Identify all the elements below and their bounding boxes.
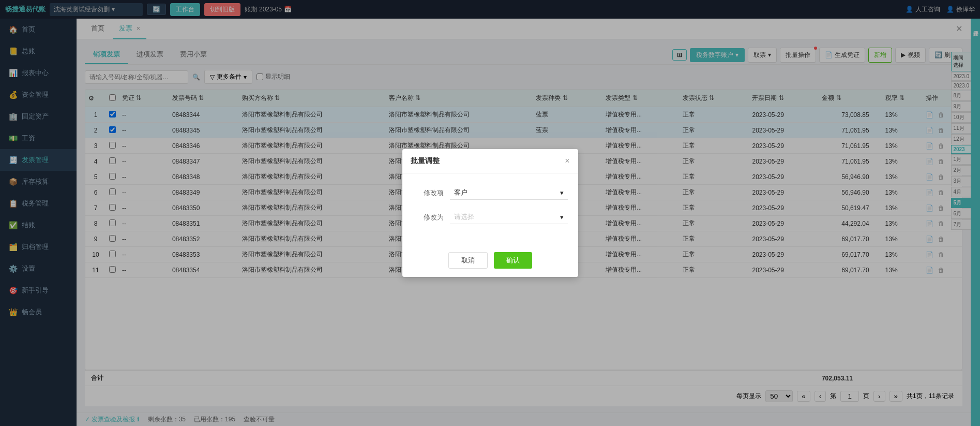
modify-item-label: 修改项 <box>413 188 444 198</box>
modal-cancel-btn[interactable]: 取消 <box>448 252 488 269</box>
chevron-down-icon-2: ▾ <box>560 213 564 221</box>
batch-adjust-modal: 批量调整 × 修改项 客户 ▾ 修改为 请选择 ▾ 取消 确认 <box>402 149 578 277</box>
modal-body: 修改项 客户 ▾ 修改为 请选择 ▾ <box>402 173 578 247</box>
modify-to-row: 修改为 请选择 ▾ <box>413 210 568 224</box>
modal-header: 批量调整 × <box>402 149 578 173</box>
modal-close-btn[interactable]: × <box>565 156 569 166</box>
modify-item-select[interactable]: 客户 ▾ <box>450 186 568 200</box>
modal-confirm-btn[interactable]: 确认 <box>494 252 532 269</box>
modify-to-select[interactable]: 请选择 ▾ <box>450 210 568 224</box>
modify-item-row: 修改项 客户 ▾ <box>413 186 568 200</box>
modify-to-placeholder: 请选择 <box>454 212 474 222</box>
modal-overlay[interactable]: 批量调整 × 修改项 客户 ▾ 修改为 请选择 ▾ 取消 确认 <box>0 0 980 426</box>
modify-to-label: 修改为 <box>413 213 444 222</box>
chevron-down-icon: ▾ <box>560 189 564 197</box>
modal-title: 批量调整 <box>411 156 440 166</box>
modal-footer: 取消 确认 <box>402 247 578 277</box>
